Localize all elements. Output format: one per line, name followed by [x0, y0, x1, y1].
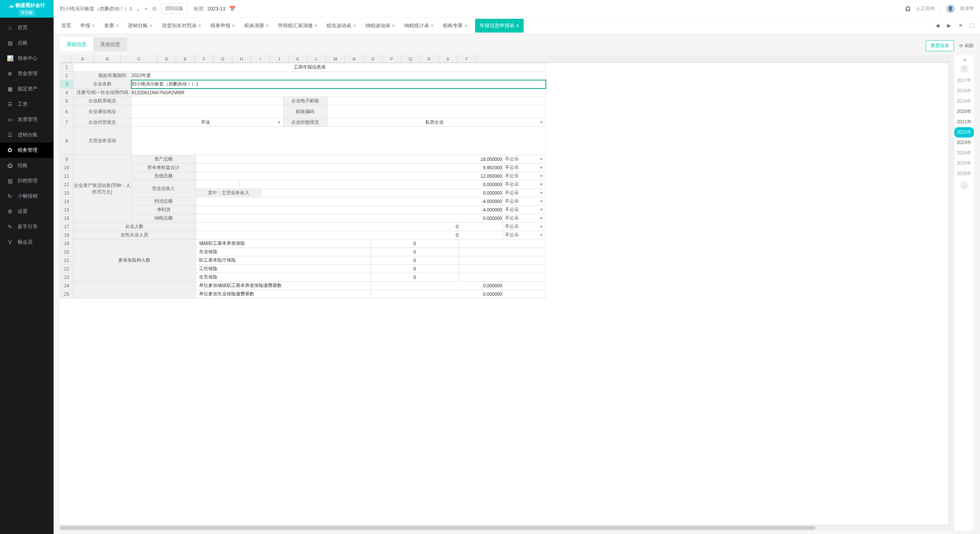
cell-value[interactable]: [459, 239, 546, 248]
close-icon[interactable]: ×: [353, 23, 356, 29]
cell-dropdown[interactable]: 不公示▼: [502, 180, 546, 189]
row-header[interactable]: 13: [60, 189, 74, 197]
close-icon[interactable]: ×: [464, 23, 467, 29]
row-header[interactable]: 12: [60, 180, 74, 189]
col-header-H[interactable]: H: [232, 55, 251, 62]
cell-value[interactable]: 工伤保险: [196, 265, 371, 273]
col-header-E[interactable]: E: [176, 55, 195, 62]
col-header-R[interactable]: R: [420, 55, 439, 62]
cell-value[interactable]: [131, 127, 546, 155]
cell-dropdown[interactable]: 不公示▼: [502, 206, 546, 214]
row-header[interactable]: 7: [60, 118, 74, 127]
sheet-body[interactable]: 1工商年报信息表2税款所属期间:2022年度3企业名称刘小艳演示账套（勿删勿动！…: [60, 63, 949, 525]
sub-tab-other[interactable]: 其他信息: [93, 38, 127, 51]
period-value[interactable]: 2023-11: [207, 6, 226, 11]
tab-税务申报[interactable]: 税务申报×: [209, 20, 237, 31]
cell-number[interactable]: 0: [371, 256, 459, 265]
year-2022年[interactable]: 2022年: [954, 127, 974, 138]
nav-chart[interactable]: 📊报表中心: [0, 51, 54, 66]
nav-book[interactable]: ☳进销台账: [0, 127, 54, 143]
cell-value[interactable]: [459, 248, 546, 256]
cell-value[interactable]: 刘小艳演示账套（勿删勿动！）1: [131, 80, 546, 88]
tab-next-icon[interactable]: ▶: [945, 23, 953, 28]
year-2019年[interactable]: 2019年: [954, 96, 974, 106]
row-header[interactable]: 21: [60, 256, 74, 265]
consult-link[interactable]: 人工咨询: [916, 5, 934, 12]
cell-dropdown[interactable]: 不公示▼: [502, 223, 546, 231]
col-header-L[interactable]: L: [307, 55, 326, 62]
cell-value[interactable]: [131, 97, 283, 105]
nav-home[interactable]: ⌂首页: [0, 20, 54, 35]
nav-vip[interactable]: V畅会员: [0, 234, 54, 250]
row-header[interactable]: 3: [60, 80, 74, 88]
cell-number[interactable]: 0: [196, 231, 458, 239]
cell-value[interactable]: [459, 256, 546, 265]
col-header-O[interactable]: O: [364, 55, 382, 62]
panel-collapse-icon[interactable]: ◀: [962, 57, 967, 62]
row-header[interactable]: 16: [60, 214, 74, 223]
cell-value[interactable]: [459, 273, 546, 282]
cell-value[interactable]: [459, 265, 546, 273]
nav-reimburse[interactable]: ↻小畅报销: [0, 188, 54, 204]
col-header-J[interactable]: J: [270, 55, 289, 62]
nav-invoice[interactable]: ▭发票管理: [0, 112, 54, 127]
cell-number[interactable]: 0.000000: [261, 189, 502, 197]
cell-value[interactable]: [459, 231, 502, 239]
nav-ledger[interactable]: ▤总账: [0, 35, 54, 51]
col-header-G[interactable]: G: [214, 55, 232, 62]
year-2026年[interactable]: 2026年: [954, 169, 974, 179]
cell-value[interactable]: 2022年度: [131, 72, 546, 80]
row-header[interactable]: 23: [60, 273, 74, 282]
tab-prev-icon[interactable]: ◀: [933, 23, 942, 28]
row-header[interactable]: 22: [60, 265, 74, 273]
year-2025年[interactable]: 2025年: [954, 158, 974, 169]
cell-number[interactable]: 18.050000: [196, 155, 502, 164]
cell-number[interactable]: 0: [371, 273, 459, 282]
cell-dropdown[interactable]: 不公示▼: [502, 214, 546, 223]
cell-value[interactable]: [459, 223, 502, 231]
nav-tax[interactable]: ✪税务管理: [0, 143, 54, 158]
col-header-I[interactable]: I: [251, 55, 270, 62]
tab-close-all-icon[interactable]: ✕: [956, 23, 965, 28]
row-header[interactable]: 1: [60, 63, 74, 72]
gear-icon[interactable]: ⚙: [152, 6, 157, 12]
cell-number[interactable]: 0: [371, 248, 459, 256]
cell-number[interactable]: 0: [196, 223, 458, 231]
col-header-D[interactable]: D: [157, 55, 176, 62]
row-header[interactable]: 14: [60, 197, 74, 206]
cell-value[interactable]: [327, 105, 546, 118]
col-header-K[interactable]: K: [289, 55, 307, 62]
nav-gear[interactable]: ⚙设置: [0, 204, 54, 219]
cell-value[interactable]: 职工基本医疗保险: [196, 256, 371, 265]
row-header[interactable]: 18: [60, 231, 74, 239]
close-icon[interactable]: ×: [149, 23, 152, 29]
username[interactable]: 徐泽华: [960, 5, 974, 12]
tab-纳税统计表[interactable]: 纳税统计表×: [403, 20, 435, 31]
year-2023年[interactable]: 2023年: [954, 138, 974, 148]
nav-guide[interactable]: ✎新手引导: [0, 219, 54, 234]
cell-dropdown[interactable]: 开业▼: [131, 118, 283, 127]
year-2024年[interactable]: 2024年: [954, 148, 974, 158]
horizontal-scrollbar[interactable]: [60, 525, 949, 530]
account-selector[interactable]: 刘小艳演示账套（勿删勿动！）1 ⌄: [60, 5, 140, 12]
avatar[interactable]: 👤: [946, 5, 955, 13]
cell-number[interactable]: 0: [371, 265, 459, 273]
tab-存货别名对照表[interactable]: 存货别名对照表×: [160, 20, 203, 31]
cell-value[interactable]: 失业保险: [196, 248, 371, 256]
row-header[interactable]: 19: [60, 239, 74, 248]
cell-value[interactable]: 城镇职工基本养老保险: [196, 239, 371, 248]
nav-close[interactable]: ⏻结账: [0, 158, 54, 173]
col-header-N[interactable]: N: [345, 55, 364, 62]
tab-进销台账[interactable]: 进销台账×: [126, 20, 154, 31]
reset-report-button[interactable]: 重置报表: [926, 40, 954, 51]
col-header-P[interactable]: P: [382, 55, 401, 62]
row-header[interactable]: 17: [60, 223, 74, 231]
tab-税负波动表[interactable]: 税负波动表×: [325, 20, 358, 31]
tab-所得税汇算清缴[interactable]: 所得税汇算清缴×: [276, 20, 319, 31]
row-header[interactable]: 10: [60, 164, 74, 172]
refresh-button[interactable]: ⟳ 刷新: [959, 43, 974, 49]
cell-dropdown[interactable]: 不公示▼: [502, 155, 546, 164]
row-header[interactable]: 15: [60, 206, 74, 214]
cell-dropdown[interactable]: 不公示▼: [502, 197, 546, 206]
col-header-T[interactable]: T: [457, 55, 476, 62]
